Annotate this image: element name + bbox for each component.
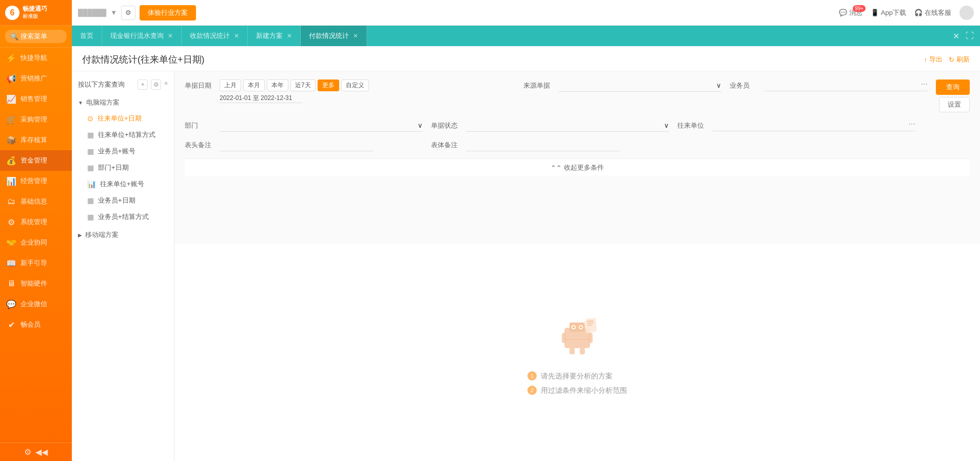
sidebar-settings-icon[interactable]: ⚙ [24, 447, 31, 457]
search-menu-btn[interactable]: 🔍 搜索菜单 [5, 30, 67, 43]
dept-dropdown-icon: ∨ [418, 122, 423, 129]
filter-staff-field: 业务员 ··· [730, 79, 928, 91]
member-icon: ✔ [6, 319, 16, 330]
sidebar-nav: ⚡ 快捷导航 📢 营销推广 📈 销售管理 🛒 采购管理 📦 库存核算 💰 资金管… [0, 48, 72, 443]
dept-date-icon: ▦ [87, 164, 94, 172]
scheme-group-desktop-header[interactable]: ▼ 电脑端方案 [72, 95, 174, 110]
svg-line-15 [587, 325, 592, 326]
dept-select[interactable]: ∨ [220, 119, 423, 132]
tab-close-payment-stats[interactable]: ✕ [353, 32, 358, 39]
user-avatar[interactable] [959, 6, 974, 20]
sidebar-item-wechat[interactable]: 💬 企业微信 [0, 294, 72, 314]
sidebar-item-system[interactable]: ⚙ 系统管理 [0, 212, 72, 232]
scheme-item-staff-settlement[interactable]: ▦ 业务员+结算方式 [72, 209, 174, 225]
export-btn[interactable]: ↑ 导出 [924, 55, 943, 64]
date-quick-btns: 上月 本月 本年 近7天 更多 自定义 [220, 79, 369, 91]
date-btn-custom[interactable]: 自定义 [341, 79, 369, 91]
sidebar-collapse-icon[interactable]: ◀◀ [35, 447, 48, 457]
svg-rect-8 [570, 348, 575, 354]
staff-account-icon: ▦ [87, 147, 94, 155]
sidebar-item-inventory[interactable]: 📦 库存核算 [0, 130, 72, 150]
collapse-panel-btn[interactable]: « [164, 79, 168, 90]
message-btn[interactable]: 💬 消息 99+ [839, 8, 863, 17]
staff-input-area: ··· [765, 79, 928, 91]
sidebar-item-hardware[interactable]: 🖥 智能硬件 [0, 273, 72, 294]
tab-bank-flow[interactable]: 现金银行流水查询 ✕ [102, 26, 182, 46]
sidebar-item-finance[interactable]: 💰 资金管理 [0, 150, 72, 171]
trial-industry-btn[interactable]: 体验行业方案 [140, 5, 196, 21]
sidebar-item-basic[interactable]: 🗂 基础信息 [0, 191, 72, 212]
filter-date-field: 单据日期 上月 本月 本年 近7天 更多 自定义 [185, 79, 515, 103]
doc-status-select[interactable]: ∨ [466, 119, 669, 132]
sidebar-item-purchase[interactable]: 🛒 采购管理 [0, 109, 72, 130]
scheme-item-dept-date[interactable]: ▦ 部门+日期 [72, 159, 174, 176]
tab-new-scheme[interactable]: 新建方案 ✕ [248, 26, 301, 46]
settings-scheme-btn[interactable]: ⚙ [151, 79, 161, 90]
tab-fullscreen-icon[interactable]: ⛶ [966, 31, 974, 41]
app-download-btn[interactable]: 📱 App下载 [871, 8, 906, 17]
sidebar-item-member[interactable]: ✔ 畅会员 [0, 314, 72, 335]
sidebar-item-guide[interactable]: 📖 新手引导 [0, 253, 72, 273]
tab-receipt-stats[interactable]: 收款情况统计 ✕ [182, 26, 248, 46]
topbar-settings-btn[interactable]: ⚙ [121, 6, 135, 20]
sidebar-item-sales[interactable]: 📈 销售管理 [0, 89, 72, 109]
filter-settings-btn[interactable]: 设置 [939, 97, 970, 112]
counterpart-date-icon: ⊙ [87, 114, 93, 123]
doc-status-dropdown-icon: ∨ [664, 122, 669, 129]
scheme-item-staff-account[interactable]: ▦ 业务员+账号 [72, 143, 174, 159]
tab-close-new-scheme[interactable]: ✕ [287, 32, 292, 39]
svg-point-5 [580, 326, 582, 328]
add-scheme-btn[interactable]: + [138, 79, 148, 90]
guide-icon: 📖 [6, 258, 16, 268]
empty-state: 1 请先选择要分析的方案 2 用过滤条件来缩小分析范围 [174, 244, 980, 461]
sidebar-item-marketing[interactable]: 📢 营销推广 [0, 68, 72, 89]
staff-ellipsis-btn[interactable]: ··· [921, 79, 928, 89]
date-btn-more[interactable]: 更多 [318, 79, 339, 91]
tab-close-all-icon[interactable]: ✕ [953, 31, 959, 41]
scheme-item-staff-date[interactable]: ▦ 业务员+日期 [72, 192, 174, 209]
svg-rect-9 [580, 348, 585, 354]
date-btn-this-month[interactable]: 本月 [243, 79, 265, 91]
hardware-icon: 🖥 [6, 278, 16, 289]
date-btn-7days[interactable]: 近7天 [290, 79, 316, 91]
dropdown-arrow[interactable]: ▼ [110, 9, 117, 16]
marketing-icon: 📢 [6, 73, 16, 84]
staff-date-icon: ▦ [87, 196, 94, 205]
tab-close-receipt-stats[interactable]: ✕ [234, 32, 239, 39]
collapse-icon: ⌃⌃ [551, 164, 562, 172]
source-select[interactable]: ∨ [558, 79, 721, 92]
sidebar-bottom: ⚙ ◀◀ [0, 443, 72, 461]
date-row: 单据日期 上月 本月 本年 近7天 更多 自定义 [185, 79, 369, 91]
refresh-btn[interactable]: ↻ 刷新 [949, 55, 970, 64]
tabbar-right-actions: ✕ ⛶ [947, 26, 980, 46]
scheme-item-counterpart-account[interactable]: 📊 往来单位+账号 [72, 176, 174, 192]
date-btn-this-year[interactable]: 本年 [267, 79, 288, 91]
scheme-panel-header: 按以下方案查询 + ⚙ « [72, 76, 174, 93]
online-service-btn[interactable]: 🎧 在线客服 [914, 8, 951, 17]
scheme-item-counterpart-settlement[interactable]: ▦ 往来单位+结算方式 [72, 127, 174, 143]
sidebar-item-quick-nav[interactable]: ⚡ 快捷导航 [0, 48, 72, 68]
scheme-group-mobile-header[interactable]: ▶ 移动端方案 [72, 227, 174, 243]
message-icon: 💬 [839, 9, 847, 16]
company-name: ██████ [78, 9, 106, 16]
sidebar-item-operation[interactable]: 📊 经营管理 [0, 171, 72, 191]
header-note-input[interactable] [220, 139, 374, 151]
filter-doc-status-field: 单据状态 ∨ [431, 119, 669, 132]
date-btn-last-month[interactable]: 上月 [220, 79, 241, 91]
counterpart-ellipsis-btn[interactable]: ··· [909, 119, 915, 129]
tab-home[interactable]: 首页 [72, 26, 102, 46]
body-note-input[interactable] [466, 139, 620, 151]
system-icon: ⚙ [6, 217, 16, 227]
mobile-group-arrow: ▶ [78, 232, 82, 238]
tab-close-bank-flow[interactable]: ✕ [168, 32, 173, 39]
header-note-label: 表头备注 [185, 141, 215, 150]
collapse-more-btn[interactable]: ⌃⌃ 收起更多条件 [185, 158, 970, 176]
sidebar-item-collab[interactable]: 🤝 企业协同 [0, 232, 72, 253]
body-area: 按以下方案查询 + ⚙ « ▼ 电脑端方案 ⊙ 往来单位+日期 ▦ [72, 71, 980, 461]
tab-bar: 首页 现金银行流水查询 ✕ 收款情况统计 ✕ 新建方案 ✕ 付款情况统计 ✕ ✕… [72, 26, 980, 46]
tab-payment-stats[interactable]: 付款情况统计 ✕ [301, 26, 367, 46]
counterpart-settlement-icon: ▦ [87, 131, 94, 139]
date-range-input[interactable] [220, 93, 302, 103]
scheme-item-counterpart-date[interactable]: ⊙ 往来单位+日期 [72, 110, 174, 127]
query-btn[interactable]: 查询 [936, 79, 970, 95]
